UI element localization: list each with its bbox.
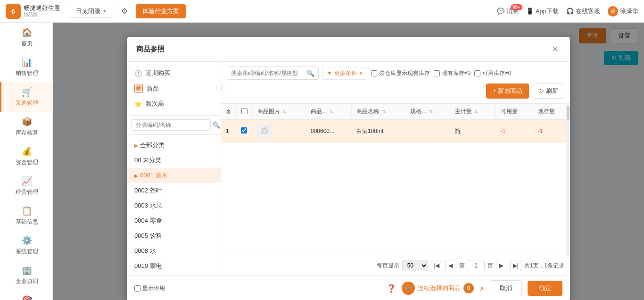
prev-page-button[interactable]: ◀ bbox=[445, 260, 456, 271]
page-size-select[interactable]: 50 100 200 bbox=[402, 260, 428, 271]
row-code-cell: 000600... bbox=[306, 120, 352, 143]
category-0010[interactable]: 0010 家电 bbox=[127, 258, 221, 274]
col-product-img: 商品图片 ⇅ bbox=[252, 104, 306, 120]
show-disabled-checkbox[interactable] bbox=[134, 285, 140, 292]
warehouse-stock-checkbox[interactable] bbox=[371, 70, 377, 76]
category-0008[interactable]: 0008 水 bbox=[127, 243, 221, 258]
col-settings: ⚙ bbox=[221, 104, 236, 120]
cart-icon[interactable]: 🛒 bbox=[402, 282, 415, 295]
category-all[interactable]: ▶ 全部分类 bbox=[127, 138, 221, 153]
tab-frequent[interactable]: ⭐ 频次高 bbox=[127, 96, 221, 111]
help-icon[interactable]: ❓ bbox=[387, 284, 396, 293]
avail-neq0-checkbox[interactable] bbox=[434, 70, 440, 76]
modal-close-button[interactable]: ✕ bbox=[549, 43, 561, 55]
tab-new-products[interactable]: 新 新品 bbox=[127, 81, 221, 96]
add-product-button[interactable]: + 新增商品 bbox=[486, 83, 529, 99]
category-0003[interactable]: 0003 水果 bbox=[127, 198, 221, 213]
filter-icon: ▼ bbox=[327, 70, 332, 76]
product-table: ⚙ 商品图片 ⇅ bbox=[221, 104, 570, 143]
row-checkbox[interactable] bbox=[241, 127, 247, 133]
row-available-cell: -1 bbox=[496, 120, 533, 143]
app-download-button[interactable]: 📱 App下载 bbox=[526, 7, 559, 16]
sidebar-item-purchase[interactable]: 🛒 采购管理 bbox=[0, 82, 52, 112]
more-filters-button[interactable]: ▼ 更多条件 ∧ bbox=[322, 67, 367, 80]
last-page-button[interactable]: ▶| bbox=[510, 260, 521, 271]
sidebar-item-enterprise[interactable]: 🏢 企业协同 bbox=[0, 260, 52, 290]
sort-unit-icon: ⇅ bbox=[474, 109, 478, 114]
message-icon: 💬 bbox=[497, 8, 504, 15]
settings-icon[interactable]: ⚙ bbox=[117, 4, 132, 19]
headset-icon: 🎧 bbox=[566, 8, 574, 15]
content-area: 查询 设置 ↻ 刷新 商品参照 ✕ 🕐 bbox=[53, 23, 644, 300]
first-page-button[interactable]: |◀ bbox=[431, 260, 442, 271]
footer-right: ❓ 🛒 连续选择的商品 0 ∧ 取消 确定 bbox=[387, 280, 562, 296]
col-product-code: 商品... ⇅ bbox=[306, 104, 352, 120]
settings-col-icon[interactable]: ⚙ bbox=[226, 108, 231, 115]
filter-up-icon: ∧ bbox=[359, 70, 363, 76]
sidebar-label-base: 基础信息 bbox=[16, 218, 38, 226]
category-0004[interactable]: 0004 零食 bbox=[127, 213, 221, 228]
sidebar-item-finance[interactable]: 💰 资金管理 bbox=[0, 142, 52, 171]
checkbox-avail-neq0[interactable]: 现有库存≠0 bbox=[434, 69, 471, 77]
product-search-input[interactable] bbox=[227, 67, 303, 79]
user-menu[interactable]: 徐 徐泽华 bbox=[608, 6, 638, 17]
sidebar: 🏠 首页 📊 销售管理 🛒 采购管理 📦 库存核算 💰 资金管理 📈 经营管理 … bbox=[0, 23, 53, 300]
tab-recent-purchase[interactable]: 🕐 近期购买 bbox=[127, 66, 221, 81]
product-table-container: ⚙ 商品图片 ⇅ bbox=[221, 104, 570, 256]
sidebar-item-home[interactable]: 🏠 首页 bbox=[0, 23, 52, 52]
category-search-input[interactable] bbox=[132, 119, 211, 131]
page-number-input[interactable]: 1 bbox=[468, 260, 485, 271]
logo-icon: 6 bbox=[6, 4, 21, 19]
checkbox-warehouse-stock[interactable]: 按仓库显示现有库存 bbox=[371, 69, 430, 77]
sidebar-item-system[interactable]: ⚙️ 系统管理 bbox=[0, 231, 52, 260]
show-disabled-checkbox-label[interactable]: 显示停用 bbox=[134, 284, 165, 292]
scrollbar-thumb bbox=[567, 106, 570, 120]
online-service-button[interactable]: 🎧 在线客服 bbox=[566, 7, 600, 16]
main-layout: 🏠 首页 📊 销售管理 🛒 采购管理 📦 库存核算 💰 资金管理 📈 经营管理 … bbox=[0, 23, 644, 300]
sidebar-item-inventory[interactable]: 📦 库存核算 bbox=[0, 112, 52, 142]
cancel-button[interactable]: 取消 bbox=[490, 280, 522, 296]
category-0002[interactable]: 0002 茶叶 bbox=[127, 183, 221, 198]
left-panel-tabs: 🕐 近期购买 新 新品 ⭐ 频次高 《 bbox=[127, 62, 221, 116]
vertical-scrollbar[interactable] bbox=[566, 104, 570, 256]
modal-overlay: 商品参照 ✕ 🕐 近期购买 新 bbox=[53, 23, 644, 300]
finance-icon: 💰 bbox=[22, 146, 32, 157]
sidebar-label-inventory: 库存核算 bbox=[16, 129, 38, 137]
modal-body: 🕐 近期购买 新 新品 ⭐ 频次高 《 bbox=[127, 62, 570, 275]
product-search-field: 🔍 bbox=[227, 67, 319, 80]
sidebar-label-home: 首页 bbox=[21, 40, 33, 48]
row-num-cell: 1 bbox=[221, 120, 236, 143]
category-0005[interactable]: 0005 饮料 bbox=[127, 228, 221, 243]
cart-area: 🛒 连续选择的商品 0 bbox=[402, 282, 474, 295]
product-search-button[interactable]: 🔍 bbox=[303, 67, 318, 79]
arrow-active-icon: ▶ bbox=[134, 173, 138, 178]
chevron-up-icon[interactable]: ∧ bbox=[479, 284, 484, 292]
product-reference-modal: 商品参照 ✕ 🕐 近期购买 新 bbox=[127, 37, 570, 300]
message-badge: 99+ bbox=[511, 4, 522, 10]
category-00[interactable]: 00 未分类 bbox=[127, 153, 221, 168]
sidebar-item-guide[interactable]: 🎯 新手引导 bbox=[0, 290, 52, 300]
category-search-icon[interactable]: 🔍 bbox=[213, 122, 220, 129]
row-checkbox-cell bbox=[236, 120, 252, 143]
experience-button[interactable]: 体验行业方案 bbox=[136, 4, 186, 18]
confirm-button[interactable]: 确定 bbox=[528, 281, 562, 296]
category-tree: ▶ 全部分类 00 未分类 ▶ 0001 酒水 0002 茶 bbox=[127, 135, 221, 275]
logo-area: 6 畅捷通好生意 精品版 bbox=[6, 4, 62, 19]
sidebar-item-sales[interactable]: 📊 销售管理 bbox=[0, 52, 52, 82]
sidebar-label-purchase: 采购管理 bbox=[16, 99, 38, 107]
purchase-icon: 🛒 bbox=[22, 87, 32, 97]
col-product-name: 商品名称 ⇅ bbox=[352, 104, 405, 120]
sidebar-item-operations[interactable]: 📈 经营管理 bbox=[0, 171, 52, 201]
next-page-button[interactable]: ▶ bbox=[496, 260, 507, 271]
select-all-checkbox[interactable] bbox=[241, 108, 248, 114]
usable-neq0-checkbox[interactable] bbox=[474, 70, 480, 76]
nav-dropdown[interactable]: 日太阳膜 ▼ bbox=[70, 5, 113, 18]
category-0001[interactable]: ▶ 0001 酒水 bbox=[127, 168, 221, 183]
table-row[interactable]: 1 🖼 bbox=[221, 120, 570, 143]
checkbox-usable-neq0[interactable]: 可用库存≠0 bbox=[474, 69, 511, 77]
messages-button[interactable]: 💬 消息 99+ bbox=[497, 7, 519, 16]
sidebar-item-base[interactable]: 📋 基础信息 bbox=[0, 201, 52, 231]
sidebar-label-system: 系统管理 bbox=[16, 248, 38, 256]
refresh-button[interactable]: ↻ 刷新 bbox=[533, 83, 564, 99]
collapse-left-panel-button[interactable]: 《 bbox=[216, 84, 225, 93]
